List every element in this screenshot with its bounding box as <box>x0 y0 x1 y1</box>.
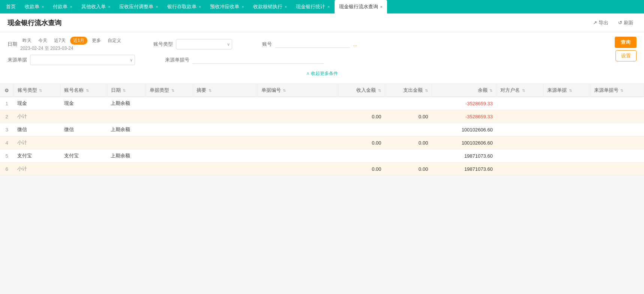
cell-doc-no <box>257 123 338 136</box>
gear-icon[interactable]: ⚙ <box>5 88 9 93</box>
nav-item-现金银行统计[interactable]: 现金银行统计× <box>291 0 334 13</box>
source-doc-no-filter: 来源单据号 <box>165 56 324 64</box>
cell-date <box>107 110 146 123</box>
cell-counterparty <box>497 123 543 136</box>
filter-buttons: 查询 设置 <box>615 37 636 61</box>
cell-doc-no <box>257 149 338 163</box>
cell-counterparty <box>497 110 543 123</box>
collapse-bar[interactable]: ∧ 收起更多条件 <box>8 68 636 79</box>
cell-account-name: 微信 <box>60 123 107 136</box>
col-source-doc[interactable]: 来源单据 ⇅ <box>543 84 590 97</box>
cell-rownum: 5 <box>0 149 14 163</box>
cell-account-name <box>60 110 107 123</box>
account-type-select-wrapper <box>176 39 232 49</box>
col-doc-type[interactable]: 单据类型 ⇅ <box>146 84 193 97</box>
query-button[interactable]: 查询 <box>615 37 636 48</box>
date-yesterday[interactable]: 昨天 <box>20 37 34 45</box>
col-counterparty[interactable]: 对方户名 ⇅ <box>497 84 543 97</box>
nav-item-预收冲应收单[interactable]: 预收冲应收单× <box>206 0 248 13</box>
export-icon: ↗ <box>593 20 597 25</box>
table-row: 6 小计 0.00 0.00 19871073.60 <box>0 163 644 176</box>
cell-balance: 100102606.60 <box>432 123 497 136</box>
date-1month[interactable]: 近1月 <box>70 37 88 45</box>
col-income[interactable]: 收入金额 ⇅ <box>338 84 385 97</box>
date-custom[interactable]: 自定义 <box>105 37 123 45</box>
col-summary[interactable]: 摘要 ⇅ <box>192 84 257 97</box>
nav-item-收款单[interactable]: 收款单× <box>20 0 48 13</box>
date-7days[interactable]: 近7天 <box>52 37 68 45</box>
cell-doc-type <box>146 163 193 176</box>
col-doc-no[interactable]: 单据编号 ⇅ <box>257 84 338 97</box>
cell-doc-no <box>257 163 338 176</box>
col-account-type[interactable]: 账号类型 ⇅ <box>14 84 60 97</box>
col-balance[interactable]: 余额 ⇅ <box>432 84 497 97</box>
cell-income: 0.00 <box>338 163 385 176</box>
table-body: 1 现金 现金 上期余额 -3528659.33 2 小计 0.00 0.00 … <box>0 97 644 176</box>
source-doc-no-input[interactable] <box>192 56 324 64</box>
source-doc-filter: 来源单据 <box>8 55 135 65</box>
cell-source-doc <box>543 163 590 176</box>
col-account-name[interactable]: 账号名称 ⇅ <box>60 84 107 97</box>
cell-summary <box>192 97 257 110</box>
cell-account-name <box>60 136 107 149</box>
cell-counterparty <box>497 136 543 149</box>
cell-balance: -3528659.33 <box>432 97 497 110</box>
cell-rownum: 6 <box>0 163 14 176</box>
cell-date: 上期余额 <box>107 123 146 136</box>
cell-account-type: 现金 <box>14 97 60 110</box>
nav-item-银行存取款单[interactable]: 银行存取款单× <box>163 0 206 13</box>
data-table: ⚙ 账号类型 ⇅ 账号名称 ⇅ 日期 ⇅ 单据类型 ⇅ 摘要 ⇅ 单据编号 ⇅ … <box>0 84 644 176</box>
refresh-button[interactable]: ↺ 刷新 <box>615 18 636 28</box>
date-label: 日期 <box>8 41 17 48</box>
cell-doc-no <box>257 97 338 110</box>
nav-close-icon[interactable]: × <box>156 0 158 13</box>
date-today[interactable]: 今天 <box>36 37 50 45</box>
nav-close-icon[interactable]: × <box>380 0 383 13</box>
cell-source-doc <box>543 97 590 110</box>
nav-close-icon[interactable]: × <box>242 0 244 13</box>
cell-account-type: 小计 <box>14 163 60 176</box>
col-date[interactable]: 日期 ⇅ <box>107 84 146 97</box>
table-row: 3 微信 微信 上期余额 100102606.60 <box>0 123 644 136</box>
nav-close-icon[interactable]: × <box>70 0 72 13</box>
nav-close-icon[interactable]: × <box>327 0 330 13</box>
cell-rownum: 4 <box>0 136 14 149</box>
date-filter: 日期 昨天 今天 近7天 近1月 更多 自定义 2023-02-24 至 202… <box>8 37 123 52</box>
cell-source-doc-no <box>590 163 644 176</box>
page-title: 现金银行流水查询 <box>8 18 62 27</box>
nav-close-icon[interactable]: × <box>199 0 201 13</box>
settings-button[interactable]: 设置 <box>615 50 636 61</box>
nav-item-应收应付调整单[interactable]: 应收应付调整单× <box>115 0 162 13</box>
cell-doc-type <box>146 123 193 136</box>
cell-source-doc <box>543 149 590 163</box>
cell-counterparty <box>497 97 543 110</box>
cell-income: 0.00 <box>338 136 385 149</box>
cell-date <box>107 136 146 149</box>
cell-summary <box>192 149 257 163</box>
nav-item-其他收入单[interactable]: 其他收入单× <box>77 0 115 13</box>
nav-item-首页[interactable]: 首页 <box>2 0 20 13</box>
nav-close-icon[interactable]: × <box>42 0 44 13</box>
cell-income <box>338 123 385 136</box>
date-more[interactable]: 更多 <box>90 37 103 45</box>
nav-item-付款单[interactable]: 付款单× <box>48 0 77 13</box>
account-input[interactable] <box>275 40 350 48</box>
cell-doc-type <box>146 136 193 149</box>
nav-item-现金银行流水查询[interactable]: 现金银行流水查询× <box>335 0 387 13</box>
nav-close-icon[interactable]: × <box>285 0 287 13</box>
source-doc-label: 来源单据 <box>8 57 27 63</box>
cell-date: 上期余额 <box>107 97 146 110</box>
col-settings[interactable]: ⚙ <box>0 84 14 97</box>
cell-date <box>107 163 146 176</box>
account-type-select[interactable] <box>176 39 232 49</box>
col-expense[interactable]: 支出金额 ⇅ <box>385 84 432 97</box>
cell-account-type: 小计 <box>14 110 60 123</box>
nav-item-收款核销执行[interactable]: 收款核销执行× <box>249 0 291 13</box>
source-doc-select[interactable] <box>30 55 135 65</box>
cell-source-doc-no <box>590 136 644 149</box>
nav-close-icon[interactable]: × <box>108 0 110 13</box>
account-more-button[interactable]: ... <box>353 42 357 47</box>
export-button[interactable]: ↗ 导出 <box>590 18 611 28</box>
col-source-doc-no[interactable]: 来源单据号 ⇅ <box>590 84 644 97</box>
cell-source-doc <box>543 136 590 149</box>
